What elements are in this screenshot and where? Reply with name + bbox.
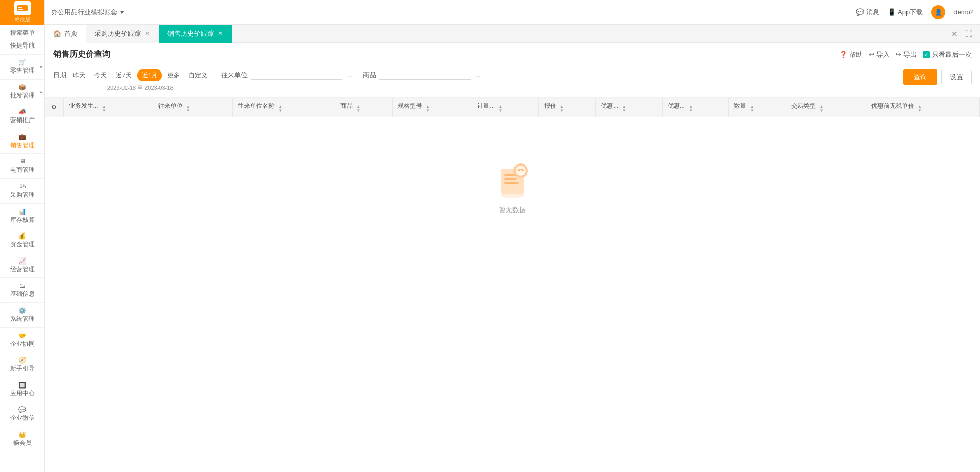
table-header-row: ⚙ 业务发生... ▲▼ 往来单位 ▲▼ 往来单位名称 ▲▼ (45, 98, 980, 117)
sidebar-item-label: 资金管理 (10, 241, 35, 249)
import-btn[interactable]: ↩ 导入 (869, 50, 890, 59)
svg-point-10 (519, 170, 520, 171)
tab-home-label: 首页 (64, 29, 78, 38)
query-btn[interactable]: 查询 (903, 69, 937, 85)
partner-input[interactable] (251, 69, 342, 80)
date-btn-yesterday[interactable]: 昨天 (69, 69, 89, 81)
import-icon: ↩ (869, 51, 874, 58)
date-filter-label: 日期 (53, 69, 66, 80)
tab-sales-history[interactable]: 销售历史价跟踪 ✕ (159, 25, 232, 43)
search-menu-btn[interactable]: 搜索菜单 (0, 27, 44, 39)
export-label: 导出 (903, 50, 917, 59)
svg-rect-2 (18, 9, 23, 10)
sidebar-item-basic[interactable]: 🗂 基础信息 (0, 278, 44, 303)
sidebar-item-label: 零售管理 (10, 67, 35, 75)
svg-rect-7 (504, 182, 519, 184)
sidebar-item-sales[interactable]: 💼 销售管理 (0, 129, 44, 154)
company-name: 办公用品行业模拟账套 (51, 8, 117, 17)
tab-purchase-close[interactable]: ✕ (144, 29, 151, 38)
help-btn[interactable]: ❓ 帮助 (839, 50, 863, 59)
col-partner-code[interactable]: 往来单位 ▲▼ (153, 98, 232, 117)
date-btn-1month[interactable]: 近1月 (137, 69, 162, 81)
system-icon: ⚙️ (18, 307, 26, 314)
sidebar-item-guide[interactable]: 🧭 新手引导 (0, 352, 44, 377)
col-spec[interactable]: 规格型号 ▲▼ (392, 98, 472, 117)
sidebar-item-member[interactable]: 👑 畅会员 (0, 427, 44, 452)
wholesale-icon: 📦 (18, 84, 26, 91)
dropdown-icon: ▾ (120, 8, 124, 16)
date-btn-7days[interactable]: 近7天 (112, 69, 135, 81)
date-btn-more[interactable]: 更多 (164, 69, 183, 81)
partner-dots-btn[interactable]: ... (346, 70, 352, 79)
date-btn-today[interactable]: 今天 (91, 69, 110, 81)
sort-icon: ▲▼ (278, 105, 282, 113)
member-icon: 👑 (18, 431, 26, 438)
goods-dots-btn[interactable]: ... (474, 70, 481, 79)
sidebar: 标准版 搜索菜单 快捷导航 🛒 零售管理 ▾ 📦 批发管理 ▴ 📣 营销推广 💼… (0, 0, 45, 472)
company-selector[interactable]: 办公用品行业模拟账套 ▾ (51, 8, 850, 17)
sidebar-item-enterprise[interactable]: 🤝 企业协同 (0, 328, 44, 353)
sidebar-item-purchase[interactable]: 🛍 采购管理 (0, 179, 44, 204)
user-avatar[interactable]: 👤 (931, 5, 945, 19)
only-last-label: 只看最后一次 (932, 50, 972, 59)
col-discount1[interactable]: 优惠... ▲▼ (596, 98, 662, 117)
col-discount2[interactable]: 优惠... ▲▼ (662, 98, 728, 117)
sort-icon: ▲▼ (689, 105, 693, 113)
col-trade-type[interactable]: 交易类型 ▲▼ (786, 98, 866, 117)
only-last-checkbox[interactable]: 只看最后一次 (923, 50, 972, 59)
sidebar-item-inventory[interactable]: 📊 库存核算 (0, 204, 44, 229)
sidebar-item-app-center[interactable]: 🔲 应用中心 (0, 377, 44, 403)
col-quote[interactable]: 报价 ▲▼ (538, 98, 596, 117)
export-btn[interactable]: ↪ 导出 (896, 50, 917, 59)
export-icon: ↪ (896, 51, 901, 58)
col-settings[interactable]: ⚙ (45, 98, 63, 117)
date-btn-row: 昨天 今天 近7天 近1月 更多 自定义 (69, 69, 211, 81)
purchase-icon: 🛍 (19, 183, 26, 190)
sidebar-item-label: 批发管理 (10, 92, 35, 100)
sidebar-item-operations[interactable]: 📈 经营管理 (0, 253, 44, 278)
message-btn[interactable]: 💬 消息 (856, 8, 879, 17)
col-pretax-price[interactable]: 优惠前无税单价 ▲▼ (866, 98, 979, 117)
sidebar-item-retail[interactable]: 🛒 零售管理 ▾ (0, 55, 44, 80)
app-download-btn[interactable]: 📱 App下载 (888, 8, 923, 17)
tab-purchase-label: 采购历史价跟踪 (94, 29, 141, 38)
sidebar-item-finance[interactable]: 💰 资金管理 (0, 228, 44, 253)
col-qty[interactable]: 数量 ▲▼ (729, 98, 786, 117)
guide-icon: 🧭 (18, 357, 26, 364)
data-table: ⚙ 业务发生... ▲▼ 往来单位 ▲▼ 往来单位名称 ▲▼ (45, 98, 980, 117)
settings-btn[interactable]: 设置 (941, 70, 972, 84)
app-logo[interactable]: 标准版 (0, 0, 44, 25)
sidebar-item-label: 基础信息 (10, 290, 35, 298)
sidebar-item-label: 应用中心 (10, 390, 35, 398)
col-unit[interactable]: 计量... ▲▼ (472, 98, 538, 117)
date-btn-custom[interactable]: 自定义 (185, 69, 211, 81)
goods-input[interactable] (379, 69, 471, 80)
filter-action-buttons: 查询 设置 (903, 69, 972, 85)
sort-icon: ▲▼ (622, 105, 626, 113)
sort-icon: ▲▼ (918, 105, 922, 113)
sidebar-item-label: 企业微信 (10, 414, 35, 422)
col-partner-name[interactable]: 往来单位名称 ▲▼ (232, 98, 335, 117)
tab-purchase-history[interactable]: 采购历史价跟踪 ✕ (86, 25, 159, 43)
window-buttons: ✕ ⛶ (943, 29, 980, 39)
tab-home[interactable]: 🏠 首页 (45, 25, 86, 43)
maximize-btn[interactable]: ⛶ (964, 29, 974, 39)
sidebar-item-wholesale[interactable]: 📦 批发管理 ▴ (0, 80, 44, 105)
col-biz-date[interactable]: 业务发生... ▲▼ (63, 98, 153, 117)
topbar: 办公用品行业模拟账套 ▾ 💬 消息 📱 App下载 👤 demo2 (45, 0, 980, 25)
sidebar-item-wechat[interactable]: 💬 企业微信 (0, 402, 44, 427)
sort-icon: ▲▼ (102, 105, 106, 113)
partner-input-group: ... (251, 69, 352, 80)
quick-nav-btn[interactable]: 快捷导航 (0, 39, 44, 52)
close-window-btn[interactable]: ✕ (949, 29, 960, 39)
sort-icon: ▲▼ (750, 105, 754, 113)
tab-sales-close[interactable]: ✕ (217, 29, 224, 38)
sidebar-item-ecommerce[interactable]: 🖥 电商管理 (0, 154, 44, 179)
sidebar-item-label: 销售管理 (10, 141, 35, 150)
user-name[interactable]: demo2 (953, 8, 974, 16)
sidebar-item-label: 库存核算 (10, 216, 35, 224)
sidebar-item-marketing[interactable]: 📣 营销推广 (0, 104, 44, 129)
enterprise-icon: 🤝 (18, 332, 26, 339)
col-goods[interactable]: 商品 ▲▼ (335, 98, 392, 117)
sidebar-item-system[interactable]: ⚙️ 系统管理 (0, 303, 44, 328)
